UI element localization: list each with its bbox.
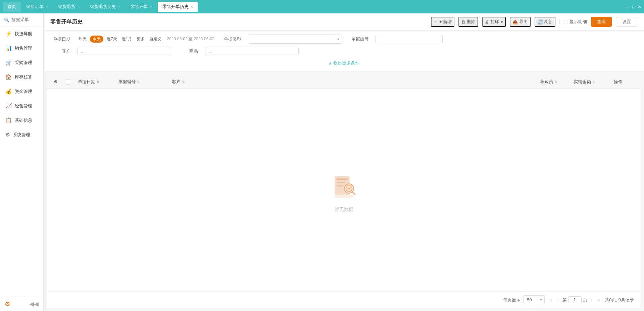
tab-sales-return-history[interactable]: 销货退货历史 × <box>85 2 125 12</box>
collapse-up-icon: ∧ <box>329 61 332 66</box>
date-btn-custom[interactable]: 自定义 <box>148 36 163 43</box>
settings-button[interactable]: 设置 <box>616 17 637 27</box>
col-amount-label: 实销金额 <box>574 79 591 85</box>
sidebar-item-purchase-mgmt-label: 采购管理 <box>15 60 32 66</box>
page-label: 第 <box>562 297 567 303</box>
order-no-input[interactable] <box>376 35 443 43</box>
total-records: 共0页, 0条记录 <box>605 297 634 303</box>
select-all-checkbox[interactable] <box>66 79 71 85</box>
sidebar-search[interactable]: 🔍 搜索采单 <box>0 13 43 27</box>
col-order-no-label: 单据编号 <box>118 79 136 85</box>
settings-gear-icon[interactable]: ⚙ <box>5 300 10 308</box>
tab-sales-return-history-label: 销货退货历史 <box>90 4 116 10</box>
sidebar-item-operation-mgmt[interactable]: 📈 经营管理 <box>0 99 43 113</box>
sidebar-item-sales-mgmt-label: 销售管理 <box>15 45 32 51</box>
date-btn-7days[interactable]: 近7天 <box>105 36 118 43</box>
next-page-btn[interactable]: › <box>589 297 594 303</box>
tab-sales-return-close[interactable]: × <box>78 4 80 9</box>
header-actions: ＋ + 新增 🗑 删除 🖨 打印 ▾ 📤 导出 🔄 <box>431 17 637 27</box>
col-order-no[interactable]: 单据编号 ⇅ <box>115 79 168 85</box>
filter-date-btns: 昨天 今天 近7天 近1月 更多 自定义 2023-06-02 至 2023-0… <box>77 36 214 43</box>
date-btn-today[interactable]: 今天 <box>90 36 103 43</box>
tab-bar-right: — □ ✕ <box>625 4 641 9</box>
col-guide-sort[interactable]: ⇅ <box>554 80 557 84</box>
sidebar-item-basic-info[interactable]: 📋 基础信息 <box>0 113 43 127</box>
window-maximize[interactable]: □ <box>632 4 635 9</box>
col-date[interactable]: 单据日期 ⇅ <box>75 79 115 85</box>
tab-sales-return-history-close[interactable]: × <box>118 4 120 9</box>
sidebar-item-system-mgmt[interactable]: ⚙ 系统管理 <box>0 127 43 142</box>
show-detail-checkbox[interactable] <box>564 20 568 24</box>
col-order-no-sort[interactable]: ⇅ <box>137 80 140 84</box>
print-button[interactable]: 🖨 打印 ▾ <box>482 17 506 27</box>
page-number-input[interactable] <box>568 296 582 303</box>
query-button[interactable]: 查询 <box>591 17 612 27</box>
tab-retail-open-history-close[interactable]: × <box>191 4 193 9</box>
add-button[interactable]: ＋ + 新增 <box>431 17 454 27</box>
goods-input[interactable]: ... <box>205 47 299 55</box>
tab-sales-return[interactable]: 销货退货 × <box>53 2 85 12</box>
finance-mgmt-icon: 💰 <box>5 88 12 95</box>
col-customer[interactable]: 客户 ⇅ <box>168 79 537 85</box>
sidebar: 🔍 搜索采单 ⚡ 快捷导航 📊 销售管理 🛒 采购管理 🏠 库存核算 💰 资金管… <box>0 13 44 311</box>
tab-retail-open[interactable]: 零售开单 × <box>126 2 157 12</box>
date-btn-1month[interactable]: 近1月 <box>120 36 134 43</box>
col-settings[interactable]: ⚙ <box>50 79 62 84</box>
order-no-label: 单据编号 <box>349 36 369 42</box>
col-date-sort[interactable]: ⇅ <box>97 80 99 84</box>
customer-input[interactable]: ... <box>77 47 171 55</box>
add-icon: ＋ <box>434 19 438 25</box>
window-close[interactable]: ✕ <box>638 4 641 9</box>
pagination: 每页显示 10 20 50 100 ▾ « ‹ 第 页 › <box>47 292 641 308</box>
per-page-select-wrapper[interactable]: 10 20 50 100 ▾ <box>523 295 545 304</box>
col-customer-sort[interactable]: ⇅ <box>182 80 185 84</box>
delete-button[interactable]: 🗑 删除 <box>458 17 478 27</box>
sidebar-item-stock-check[interactable]: 🏠 库存核算 <box>0 70 43 84</box>
type-select-wrapper[interactable]: ▾ <box>248 35 342 44</box>
svg-rect-4 <box>337 185 343 187</box>
col-amount-sort[interactable]: ⇅ <box>592 80 595 84</box>
collapse-row: ∧ 收起更多条件 <box>50 59 637 67</box>
prev-page-btn[interactable]: ‹ <box>555 297 561 303</box>
collapse-label: 收起更多条件 <box>333 60 359 66</box>
tab-retail-open-history[interactable]: 零售开单历史 × <box>158 2 198 12</box>
sidebar-item-sales-mgmt[interactable]: 📊 销售管理 <box>0 41 43 55</box>
main-layout: 🔍 搜索采单 ⚡ 快捷导航 📊 销售管理 🛒 采购管理 🏠 库存核算 💰 资金管… <box>0 13 644 311</box>
per-page-label: 每页显示 <box>503 297 521 303</box>
sidebar-item-purchase-mgmt[interactable]: 🛒 采购管理 <box>0 55 43 70</box>
col-guide[interactable]: 导购员 ⇅ <box>537 79 570 85</box>
empty-icon <box>327 168 361 201</box>
sidebar-collapse-icon[interactable]: ◀◀ <box>29 300 39 308</box>
sidebar-item-quick-nav[interactable]: ⚡ 快捷导航 <box>0 27 43 41</box>
col-settings-icon[interactable]: ⚙ <box>54 79 58 84</box>
last-page-btn[interactable]: » <box>596 297 602 303</box>
col-amount[interactable]: 实销金额 ⇅ <box>570 79 610 85</box>
first-page-btn[interactable]: « <box>547 297 554 303</box>
date-btn-yesterday[interactable]: 昨天 <box>77 36 88 43</box>
export-button[interactable]: 📤 导出 <box>510 17 531 27</box>
refresh-button[interactable]: 🔄 刷新 <box>535 17 555 27</box>
search-icon: 🔍 <box>4 17 9 22</box>
sidebar-item-finance-mgmt[interactable]: 💰 资金管理 <box>0 84 43 99</box>
col-check <box>62 79 75 85</box>
show-detail-label[interactable]: 显示明细 <box>564 19 587 25</box>
tab-sales-order[interactable]: 销售订单 × <box>21 2 53 12</box>
sales-mgmt-icon: 📊 <box>5 45 12 51</box>
refresh-icon: 🔄 <box>537 19 543 24</box>
sidebar-item-stock-check-label: 库存核算 <box>15 74 32 80</box>
tab-sales-return-label: 销货退货 <box>58 4 76 10</box>
delete-label: 删除 <box>467 19 476 25</box>
tab-retail-open-close[interactable]: × <box>150 4 152 9</box>
tab-home[interactable]: 首页 <box>3 2 21 12</box>
tab-retail-open-label: 零售开单 <box>131 4 148 10</box>
window-minimize[interactable]: — <box>625 4 630 9</box>
date-btn-more[interactable]: 更多 <box>135 36 146 43</box>
page-of: 页 <box>583 297 587 303</box>
filter-area: 单据日期 昨天 今天 近7天 近1月 更多 自定义 2023-06-02 至 2… <box>44 31 644 72</box>
per-page-select[interactable]: 10 20 50 100 <box>523 295 545 304</box>
svg-rect-3 <box>337 182 345 183</box>
tab-sales-order-close[interactable]: × <box>46 4 48 9</box>
filter-row-1: 单据日期 昨天 今天 近7天 近1月 更多 自定义 2023-06-02 至 2… <box>50 35 637 44</box>
type-select[interactable] <box>248 35 342 44</box>
collapse-btn[interactable]: ∧ 收起更多条件 <box>329 59 359 67</box>
